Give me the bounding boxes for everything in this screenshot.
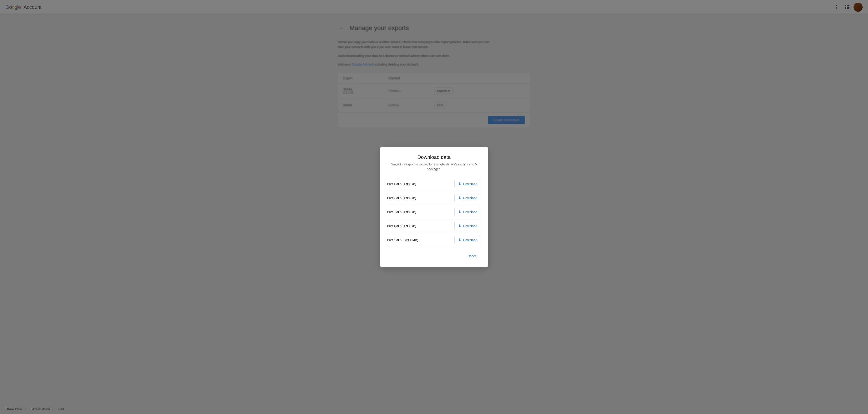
part-4-label: Part 4 of 5 (1.93 GB) xyxy=(387,224,416,228)
download-icon: ⬇ xyxy=(458,224,461,228)
part-3-label: Part 3 of 5 (1.98 GB) xyxy=(387,210,416,214)
modal-overlay: Download data Since this export is too b… xyxy=(0,0,868,414)
modal-part-3: Part 3 of 5 (1.98 GB) ⬇ Download xyxy=(387,205,481,219)
download-part-4-button[interactable]: ⬇ Download xyxy=(455,222,481,230)
part-2-label: Part 2 of 5 (1.98 GB) xyxy=(387,196,416,200)
modal-subtitle: Since this export is too big for a singl… xyxy=(387,162,481,171)
part-1-label: Part 1 of 5 (1.98 GB) xyxy=(387,182,416,186)
modal-footer: Cancel xyxy=(387,251,481,260)
download-part-5-button[interactable]: ⬇ Download xyxy=(455,236,481,244)
modal-title: Download data xyxy=(387,154,481,160)
modal-part-5: Part 5 of 5 (339.1 MB) ⬇ Download xyxy=(387,233,481,247)
cancel-button[interactable]: Cancel xyxy=(464,252,481,260)
download-icon: ⬇ xyxy=(458,238,461,242)
download-part-2-button[interactable]: ⬇ Download xyxy=(455,194,481,202)
modal-part-1: Part 1 of 5 (1.98 GB) ⬇ Download xyxy=(387,177,481,191)
part-5-label: Part 5 of 5 (339.1 MB) xyxy=(387,238,418,242)
download-icon: ⬇ xyxy=(458,210,461,214)
download-part-1-button[interactable]: ⬇ Download xyxy=(455,180,481,188)
download-icon: ⬇ xyxy=(458,182,461,186)
modal-part-2: Part 2 of 5 (1.98 GB) ⬇ Download xyxy=(387,191,481,205)
download-data-modal: Download data Since this export is too b… xyxy=(380,147,488,267)
modal-part-4: Part 4 of 5 (1.93 GB) ⬇ Download xyxy=(387,219,481,233)
download-icon: ⬇ xyxy=(458,196,461,200)
download-part-3-button[interactable]: ⬇ Download xyxy=(455,208,481,216)
